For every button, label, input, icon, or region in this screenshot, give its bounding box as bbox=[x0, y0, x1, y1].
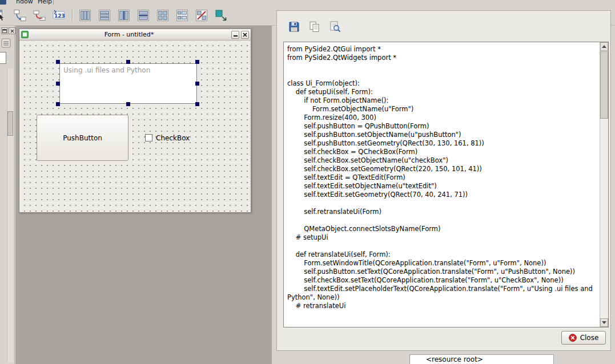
textedit-widget[interactable]: Using .ui files and Python bbox=[59, 63, 197, 104]
mdi-area: Form - untitled* Using .ui files and Pyt… bbox=[15, 26, 272, 364]
code-scrollbar-thumb[interactable] bbox=[600, 51, 608, 119]
resource-browser-fragment: <resource root> bbox=[409, 354, 554, 364]
menu-window[interactable]: ndow bbox=[16, 0, 33, 5]
widget-box-scrollbar-thumb[interactable] bbox=[7, 111, 13, 136]
edit-signals-slots-icon[interactable] bbox=[13, 8, 27, 23]
selection-handle-nw[interactable] bbox=[56, 60, 60, 64]
widget-box-scrollbar[interactable] bbox=[7, 68, 13, 362]
lay-out-in-form-layout-icon[interactable] bbox=[175, 8, 190, 23]
dock-float-button[interactable] bbox=[1, 27, 8, 34]
minimize-button[interactable] bbox=[231, 31, 239, 39]
lay-out-in-grid-icon[interactable] bbox=[155, 8, 170, 23]
close-circle-icon bbox=[569, 334, 577, 342]
pushbutton-widget[interactable]: PushButton bbox=[37, 115, 128, 161]
designer-form-icon bbox=[21, 31, 29, 38]
break-layout-icon[interactable] bbox=[194, 8, 209, 23]
code-dialog-toolbar bbox=[287, 20, 342, 34]
checkbox-label: CheckBox bbox=[156, 134, 190, 142]
lay-out-vertically-in-splitter-icon[interactable] bbox=[136, 8, 151, 23]
checkbox-indicator[interactable] bbox=[145, 134, 152, 141]
code-area: from PySide2.QtGui import * from PySide2… bbox=[283, 42, 609, 327]
dialog-close-label: Close bbox=[580, 334, 599, 342]
minimize-icon bbox=[234, 35, 238, 37]
dock-close-button[interactable] bbox=[9, 27, 15, 34]
scroll-down-button[interactable] bbox=[600, 318, 608, 327]
selection-handle-sw[interactable] bbox=[56, 102, 60, 106]
lay-out-vertically-icon[interactable] bbox=[97, 8, 112, 23]
form-window-titlebar[interactable]: Form - untitled* bbox=[19, 29, 251, 41]
widget-box-filter-icon[interactable] bbox=[1, 38, 11, 50]
code-text[interactable]: from PySide2.QtGui import * from PySide2… bbox=[284, 42, 600, 327]
textedit-placeholder: Using .ui files and Python bbox=[63, 66, 150, 74]
selection-handle-se[interactable] bbox=[195, 102, 199, 106]
save-icon[interactable] bbox=[287, 20, 301, 34]
close-button[interactable] bbox=[241, 31, 249, 39]
form-window-title: Form - untitled* bbox=[29, 31, 230, 38]
arrow-down-icon bbox=[602, 321, 606, 324]
form-canvas[interactable]: Using .ui files and Python PushButton Ch… bbox=[19, 41, 251, 212]
resource-root-item[interactable]: <resource root> bbox=[426, 355, 483, 363]
widget-box-panel-edge bbox=[0, 26, 15, 364]
menu-separator bbox=[53, 0, 54, 5]
dialog-close-button[interactable]: Close bbox=[561, 331, 606, 345]
tab-order-digits: 123 bbox=[54, 13, 65, 18]
arrow-up-icon bbox=[602, 45, 606, 48]
code-scrollbar[interactable] bbox=[600, 42, 608, 327]
find-icon[interactable] bbox=[328, 20, 342, 34]
selection-handle-e[interactable] bbox=[195, 82, 199, 86]
edit-tab-order-icon[interactable]: 123 bbox=[51, 8, 66, 23]
selection-handle-w[interactable] bbox=[56, 82, 60, 86]
toolbar-separator bbox=[72, 9, 73, 22]
view-code-dialog: from PySide2.QtGui import * from PySide2… bbox=[276, 10, 611, 351]
selection-handle-n[interactable] bbox=[126, 60, 130, 64]
close-icon bbox=[243, 33, 247, 37]
clipped-toolbar-icon-fragment bbox=[0, 0, 6, 5]
selection-handle-s[interactable] bbox=[126, 102, 130, 106]
widget-filter-input-fragment[interactable] bbox=[0, 52, 6, 64]
adjust-size-icon[interactable] bbox=[214, 8, 228, 23]
qt-designer-screen: ndow Help bbox=[0, 0, 615, 364]
lay-out-horizontally-in-splitter-icon[interactable] bbox=[116, 8, 131, 23]
edit-widgets-icon[interactable] bbox=[0, 8, 8, 23]
form-designer-window: Form - untitled* Using .ui files and Pyt… bbox=[19, 29, 251, 213]
selection-handle-ne[interactable] bbox=[195, 60, 199, 64]
checkbox-widget[interactable]: CheckBox bbox=[145, 126, 203, 149]
lay-out-horizontally-icon[interactable] bbox=[78, 8, 93, 23]
edit-buddies-icon[interactable] bbox=[32, 8, 47, 23]
menu-bar: ndow Help bbox=[0, 0, 615, 5]
copy-icon[interactable] bbox=[308, 20, 321, 34]
scroll-up-button[interactable] bbox=[600, 42, 608, 51]
menu-help[interactable]: Help bbox=[38, 0, 52, 5]
